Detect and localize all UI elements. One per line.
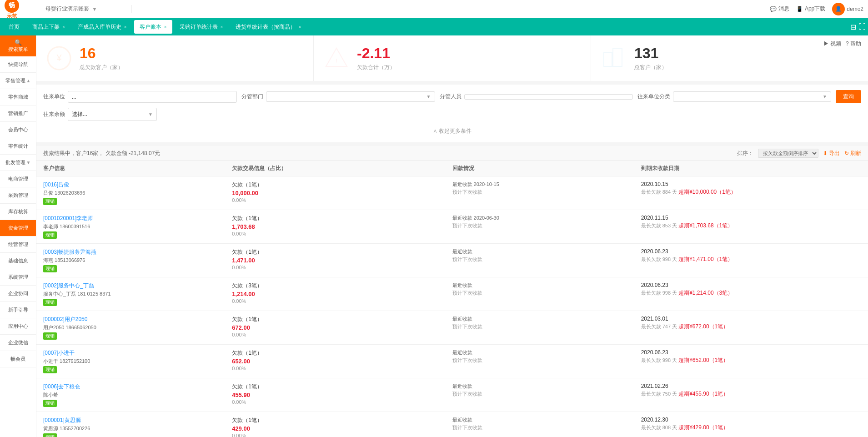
sidebar-item-finance[interactable]: 资金管理 (0, 220, 36, 236)
manager-input[interactable] (464, 94, 633, 100)
overdue-amount-3[interactable]: 超期¥1,214.00（3笔） (678, 290, 733, 296)
data-table: 客户信息 欠款交易信息（占比） 回款情况 到期未收款日期 [0016]吕俊 吕俊… (36, 161, 868, 437)
tab-product-history[interactable]: 产成品入库单历史 × (72, 20, 132, 34)
sidebar-item-operations[interactable]: 经营管理 (0, 236, 36, 253)
customer-name-1[interactable]: [0001020001]李老师 (43, 215, 232, 222)
sidebar-item-app-center[interactable]: 应用中心 (0, 318, 36, 335)
tab-purchase-stats[interactable]: 进货单统计表（按商品） × (230, 20, 306, 34)
sort-select[interactable]: 按欠款金额倒序排序 (758, 149, 818, 158)
unit-category-input[interactable]: ▼ (673, 91, 831, 102)
close-tab-purchase-stats[interactable]: × (298, 25, 301, 30)
username: demo2 (847, 6, 863, 12)
sidebar-item-quick-nav[interactable]: 快捷导航 (0, 56, 36, 73)
close-tab-product-shelf[interactable]: × (62, 25, 65, 30)
export-button[interactable]: ⬇ 导出 (823, 150, 840, 157)
debt-amount-0[interactable]: 10,000.00 (232, 190, 452, 196)
refresh-button[interactable]: ↻ 刷新 (844, 150, 861, 157)
sidebar-item-marketing[interactable]: 营销推广 (0, 105, 36, 122)
due-date-0: 2020.10.15 (641, 181, 861, 187)
sidebar-item-inventory[interactable]: 库存核算 (0, 204, 36, 220)
overdue-amount-2[interactable]: 超期¥1,471.00（1笔） (678, 256, 733, 262)
customer-tag-0: 现销 (43, 198, 57, 205)
close-tab-purchase-order[interactable]: × (221, 25, 223, 30)
customer-name-5[interactable]: [0007]小进干 (43, 349, 232, 357)
table-row: [0003]畅捷服务尹海燕 海燕 18513066976 现销 欠款（1笔） 1… (36, 244, 868, 277)
tab-product-shelf[interactable]: 商品上下架 × (27, 20, 70, 34)
company-selector[interactable]: 母婴行业演示账套 ▼ (41, 5, 132, 13)
tab-customer-account[interactable]: 客户账本 × (134, 20, 172, 34)
overdue-amount-7[interactable]: 超期¥429.00（1笔） (678, 424, 728, 431)
sidebar-item-wecom[interactable]: 企业微信 (0, 335, 36, 351)
search-button[interactable]: 查询 (836, 90, 861, 103)
filter-area: 往来单位 ... 分管部门 ▼ 分管人员 (36, 85, 868, 142)
due-date-2: 2020.06.23 (641, 248, 861, 255)
debt-info-5: 欠款（1笔） 652.00 0.00% (232, 349, 452, 373)
customer-name-7[interactable]: [000001]黄思源 (43, 417, 232, 424)
close-tab-product-history[interactable]: × (124, 25, 127, 30)
due-date-3: 2020.06.23 (641, 282, 861, 288)
unit-balance-label: 往来余额 (43, 111, 65, 118)
overdue-amount-6[interactable]: 超期¥455.90（1笔） (678, 391, 728, 397)
debt-amount-3[interactable]: 1,214.00 (232, 291, 452, 297)
main-layout: 🔍 搜索菜单 快捷导航 零售管理 ▲ 零售商城 营销推广 会员中心 零售统计 批… (0, 35, 868, 437)
debt-amount-1[interactable]: 1,703.68 (232, 223, 452, 230)
sidebar-item-vip[interactable]: 畅会员 (0, 351, 36, 367)
debt-percent-7: 0.00% (232, 433, 452, 437)
table-row: [0001020001]李老师 李老师 18600391516 现销 欠款（1笔… (36, 210, 868, 244)
unit-balance-input[interactable]: 选择... ▼ (68, 108, 157, 121)
next-payment-6: 预计下次收款 (452, 391, 641, 397)
overdue-amount-0[interactable]: 超期¥10,000.00（1笔） (678, 189, 736, 195)
nav-minimize-icon[interactable]: ⊟ (850, 23, 856, 31)
tab-home[interactable]: 首页 (3, 20, 25, 34)
sidebar-item-retail-stats[interactable]: 零售统计 (0, 138, 36, 155)
video-button[interactable]: ▶ 视频 (823, 40, 841, 48)
sidebar-search[interactable]: 🔍 搜索菜单 (0, 35, 36, 56)
debt-count-0: 欠款（1笔） (232, 181, 452, 189)
customer-tag-5: 现销 (43, 366, 57, 373)
user-avatar-area[interactable]: 👤 demo2 (832, 3, 863, 15)
due-days-6: 最长欠款 750 天 超期¥455.90（1笔） (641, 390, 861, 398)
debt-amount-4[interactable]: 672.00 (232, 324, 452, 331)
sidebar-item-enterprise[interactable]: 企业协同 (0, 286, 36, 302)
overdue-amount-1[interactable]: 超期¥1,703.68（1笔） (678, 222, 733, 229)
balance-chevron-icon: ▼ (148, 112, 153, 117)
customer-name-4[interactable]: [000002]用户2050 (43, 316, 232, 323)
filter-row-2: 往来余额 选择... ▼ (43, 108, 861, 121)
sidebar-item-batch-mgmt[interactable]: 批发管理 ▼ (0, 155, 36, 171)
message-button[interactable]: 💬 消息 (770, 5, 789, 13)
department-input[interactable]: ▼ (266, 91, 435, 102)
customer-name-6[interactable]: [0006]去下粮仓 (43, 383, 232, 391)
debt-amount-7[interactable]: 429.00 (232, 425, 452, 432)
customer-info-5: [0007]小进干 小进干 18279152100 现销 (43, 349, 232, 373)
from-unit-input[interactable]: ... (68, 91, 237, 103)
help-button[interactable]: ? 帮助 (846, 40, 861, 48)
stats-bar: ¥ 16 总欠款客户（家） ! -2.11 欠款合计（ (36, 35, 868, 81)
sidebar-item-system[interactable]: 系统管理 (0, 269, 36, 286)
customer-name-3[interactable]: [0002]服务中心_丁磊 (43, 282, 232, 290)
overdue-amount-5[interactable]: 超期¥652.00（1笔） (678, 357, 728, 363)
debt-amount-icon: ! (323, 45, 350, 72)
customer-phone-0: 吕俊 13026203696 (43, 190, 232, 196)
customer-phone-1: 李老师 18600391516 (43, 223, 232, 230)
department-label: 分管部门 (241, 93, 263, 100)
app-download-button[interactable]: 📱 App下载 (796, 5, 825, 13)
overdue-amount-4[interactable]: 超期¥672.00（1笔） (678, 323, 728, 330)
tab-purchase-order[interactable]: 采购订单统计表 × (174, 20, 229, 34)
nav-fullscreen-icon[interactable]: ⛶ (858, 23, 866, 31)
sidebar-item-member[interactable]: 会员中心 (0, 122, 36, 138)
sidebar-item-ecommerce[interactable]: 电商管理 (0, 171, 36, 187)
sidebar-item-newbie[interactable]: 新手引导 (0, 302, 36, 318)
due-days-0: 最长欠款 884 天 超期¥10,000.00（1笔） (641, 188, 861, 196)
sidebar-item-basic-info[interactable]: 基础信息 (0, 253, 36, 269)
customer-name-0[interactable]: [0016]吕俊 (43, 181, 232, 189)
sidebar-item-retail-mall[interactable]: 零售商城 (0, 89, 36, 105)
debt-amount-6[interactable]: 455.90 (232, 392, 452, 398)
customer-name-2[interactable]: [0003]畅捷服务尹海燕 (43, 248, 232, 256)
debt-amount-2[interactable]: 1,471.00 (232, 257, 452, 264)
collapse-button[interactable]: ∧ 收起更多条件 (43, 126, 861, 137)
sidebar-item-purchase[interactable]: 采购管理 (0, 187, 36, 204)
collapse-up-icon: ∧ (433, 128, 437, 134)
close-tab-customer-account[interactable]: × (164, 25, 167, 30)
debt-amount-5[interactable]: 652.00 (232, 358, 452, 365)
sidebar-item-retail-mgmt[interactable]: 零售管理 ▲ (0, 73, 36, 89)
